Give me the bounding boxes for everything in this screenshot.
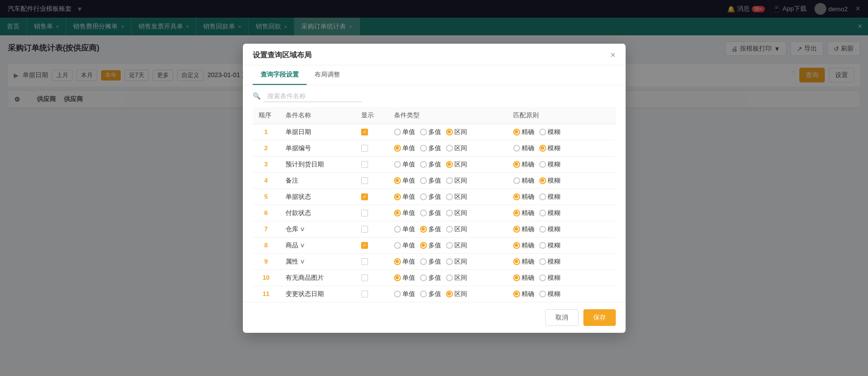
radio-circle <box>446 177 453 184</box>
type-radio-0[interactable]: 单值 <box>394 176 415 185</box>
type-radio-1[interactable]: 多值 <box>420 192 441 201</box>
radio-circle <box>513 145 520 152</box>
row-display-checkbox[interactable] <box>355 140 388 156</box>
type-radio-1[interactable]: 多值 <box>420 290 441 298</box>
radio-circle <box>420 145 427 152</box>
match-radio-1[interactable]: 模糊 <box>539 273 560 282</box>
type-radio-1[interactable]: 多值 <box>420 144 441 153</box>
match-radio-0[interactable]: 精确 <box>513 144 534 153</box>
checkbox-7[interactable] <box>361 242 368 249</box>
checkbox-2[interactable] <box>361 161 368 168</box>
save-button[interactable]: 保存 <box>583 309 616 326</box>
row-type-radios: 单值多值区间 <box>388 156 507 172</box>
type-radio-0[interactable]: 单值 <box>394 241 415 250</box>
row-display-checkbox[interactable] <box>355 269 388 286</box>
type-radio-0[interactable]: 单值 <box>394 290 415 298</box>
type-radio-1[interactable]: 多值 <box>420 128 441 136</box>
type-radio-0[interactable]: 单值 <box>394 209 415 217</box>
row-type-radios: 单值多值区间 <box>388 286 507 302</box>
checkbox-6[interactable] <box>361 226 368 233</box>
type-radio-2[interactable]: 区间 <box>446 290 467 298</box>
match-radio-0[interactable]: 精确 <box>513 128 534 136</box>
type-radio-0[interactable]: 单值 <box>394 128 415 136</box>
match-radio-0[interactable]: 精确 <box>513 257 534 266</box>
match-radio-1[interactable]: 模糊 <box>539 160 560 169</box>
type-radio-2[interactable]: 区间 <box>446 209 467 217</box>
match-radio-1[interactable]: 模糊 <box>539 257 560 266</box>
type-radio-0[interactable]: 单值 <box>394 273 415 282</box>
type-radio-1[interactable]: 多值 <box>420 209 441 217</box>
match-radio-1[interactable]: 模糊 <box>539 225 560 234</box>
row-display-checkbox[interactable] <box>355 172 388 188</box>
type-radio-2[interactable]: 区间 <box>446 128 467 136</box>
checkbox-4[interactable] <box>361 193 368 200</box>
row-display-checkbox[interactable] <box>355 156 388 172</box>
match-radio-0[interactable]: 精确 <box>513 241 534 250</box>
row-display-checkbox[interactable] <box>355 124 388 140</box>
type-radio-2[interactable]: 区间 <box>446 144 467 153</box>
checkbox-10[interactable] <box>361 291 368 297</box>
type-radio-2[interactable]: 区间 <box>446 273 467 282</box>
row-order: 9 <box>253 253 280 269</box>
row-condition-name: 单据日期 <box>280 124 356 140</box>
dialog-close-button[interactable]: × <box>610 51 616 59</box>
match-radio-1[interactable]: 模糊 <box>539 192 560 201</box>
row-display-checkbox[interactable] <box>355 188 388 205</box>
row-display-checkbox[interactable] <box>355 253 388 269</box>
radio-circle <box>513 129 520 135</box>
table-row: 10有无商品图片单值多值区间精确模糊 <box>253 269 616 286</box>
cancel-button[interactable]: 取消 <box>545 309 579 326</box>
match-radio-1[interactable]: 模糊 <box>539 128 560 136</box>
match-radio-0[interactable]: 精确 <box>513 209 534 217</box>
match-radio-0[interactable]: 精确 <box>513 290 534 298</box>
row-display-checkbox[interactable] <box>355 286 388 302</box>
type-radio-1[interactable]: 多值 <box>420 273 441 282</box>
type-radio-0[interactable]: 单值 <box>394 192 415 201</box>
type-radio-2[interactable]: 区间 <box>446 160 467 169</box>
type-radio-1[interactable]: 多值 <box>420 160 441 169</box>
radio-circle <box>394 145 401 152</box>
match-radio-1[interactable]: 模糊 <box>539 209 560 217</box>
match-radio-0[interactable]: 精确 <box>513 176 534 185</box>
type-radio-2[interactable]: 区间 <box>446 241 467 250</box>
condition-search-input[interactable] <box>263 90 362 102</box>
row-display-checkbox[interactable] <box>355 221 388 237</box>
type-radio-0[interactable]: 单值 <box>394 225 415 234</box>
match-radio-1[interactable]: 模糊 <box>539 176 560 185</box>
row-display-checkbox[interactable] <box>355 237 388 253</box>
radio-circle <box>446 274 453 281</box>
match-radio-1[interactable]: 模糊 <box>539 290 560 298</box>
type-radio-2[interactable]: 区间 <box>446 176 467 185</box>
row-order: 3 <box>253 156 280 172</box>
checkbox-9[interactable] <box>361 274 368 281</box>
dialog-tab-layout[interactable]: 布局调整 <box>307 65 348 85</box>
radio-circle <box>394 161 401 168</box>
radio-circle <box>394 242 401 249</box>
type-radio-1[interactable]: 多值 <box>420 225 441 234</box>
field-table-scroll[interactable]: 顺序 条件名称 显示 条件类型 匹配原则 1单据日期单值多值区间精确模糊2单据编… <box>243 107 626 302</box>
dialog-tab-fields[interactable]: 查询字段设置 <box>253 65 307 85</box>
type-radio-1[interactable]: 多值 <box>420 176 441 185</box>
type-radio-0[interactable]: 单值 <box>394 144 415 153</box>
checkbox-8[interactable] <box>361 258 368 265</box>
checkbox-3[interactable] <box>361 177 368 184</box>
match-radio-0[interactable]: 精确 <box>513 225 534 234</box>
match-radio-0[interactable]: 精确 <box>513 192 534 201</box>
type-radio-2[interactable]: 区间 <box>446 192 467 201</box>
radio-circle <box>446 291 453 297</box>
checkbox-0[interactable] <box>361 129 368 135</box>
match-radio-0[interactable]: 精确 <box>513 273 534 282</box>
checkbox-1[interactable] <box>361 145 368 152</box>
row-display-checkbox[interactable] <box>355 205 388 221</box>
type-radio-0[interactable]: 单值 <box>394 257 415 266</box>
checkbox-5[interactable] <box>361 210 368 216</box>
match-radio-0[interactable]: 精确 <box>513 160 534 169</box>
type-radio-1[interactable]: 多值 <box>420 241 441 250</box>
type-radio-1[interactable]: 多值 <box>420 257 441 266</box>
match-radio-1[interactable]: 模糊 <box>539 144 560 153</box>
type-radio-2[interactable]: 区间 <box>446 257 467 266</box>
dialog-footer: 取消 保存 <box>243 302 626 333</box>
match-radio-1[interactable]: 模糊 <box>539 241 560 250</box>
type-radio-2[interactable]: 区间 <box>446 225 467 234</box>
type-radio-0[interactable]: 单值 <box>394 160 415 169</box>
